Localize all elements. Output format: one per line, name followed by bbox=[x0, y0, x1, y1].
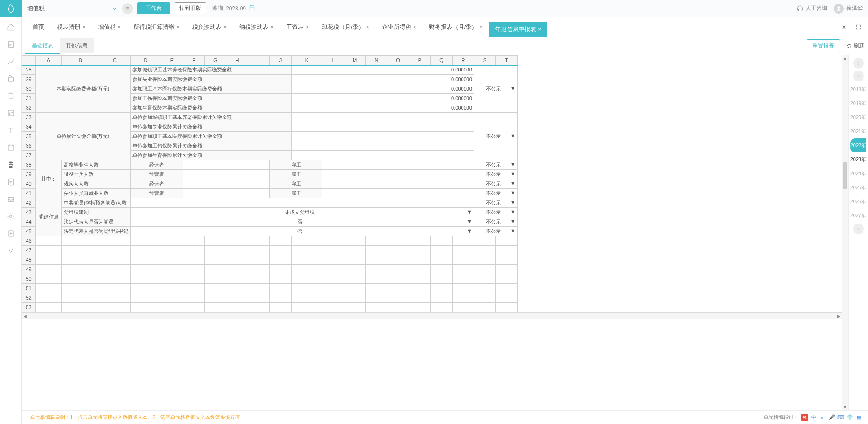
cell-52-B[interactable] bbox=[62, 293, 99, 303]
r39-emp-val[interactable] bbox=[322, 170, 474, 179]
tab-0[interactable]: 首页 bbox=[26, 17, 51, 37]
clipboard-icon[interactable] bbox=[6, 91, 15, 100]
cell-48-N[interactable] bbox=[366, 255, 387, 265]
cell-51-Q[interactable] bbox=[431, 284, 453, 293]
cell-50-K[interactable] bbox=[292, 274, 322, 284]
year-item-2027年[interactable]: 2027年 bbox=[850, 209, 866, 223]
row-header-42[interactable]: 42 bbox=[22, 198, 36, 208]
year-item-2024年[interactable]: 2024年 bbox=[850, 167, 866, 181]
inbox-icon[interactable] bbox=[6, 195, 15, 204]
cell-52-S[interactable] bbox=[474, 293, 496, 303]
cell-48-R[interactable] bbox=[453, 255, 474, 265]
r32-val[interactable]: 0.000000 bbox=[292, 103, 474, 113]
row-header-38[interactable]: 38 bbox=[22, 160, 36, 170]
cell-47-H[interactable] bbox=[226, 246, 248, 255]
r42-val[interactable] bbox=[131, 198, 474, 208]
r41-op-val[interactable] bbox=[183, 189, 270, 198]
cell-47-D[interactable] bbox=[131, 246, 161, 255]
cell-48-K[interactable] bbox=[292, 255, 322, 265]
cell-47-S[interactable] bbox=[474, 246, 496, 255]
cell-49-B[interactable] bbox=[62, 265, 99, 274]
ime-s-icon[interactable]: S bbox=[801, 414, 808, 421]
r45-public-select[interactable]: 不公示▼ bbox=[474, 227, 518, 236]
cell-53-P[interactable] bbox=[409, 303, 431, 312]
cell-52-T[interactable] bbox=[496, 293, 518, 303]
tab-7[interactable]: 印花税（月/季）× bbox=[315, 17, 376, 37]
row-header-36[interactable]: 36 bbox=[22, 141, 36, 151]
ime-mic-icon[interactable]: 🎤 bbox=[828, 414, 835, 421]
cell-53-E[interactable] bbox=[161, 303, 183, 312]
cell-49-J[interactable] bbox=[270, 265, 292, 274]
list-icon-button[interactable] bbox=[122, 3, 133, 14]
cell-49-A[interactable] bbox=[36, 265, 62, 274]
cell-51-N[interactable] bbox=[366, 284, 387, 293]
cell-52-C[interactable] bbox=[99, 293, 131, 303]
cell-49-F[interactable] bbox=[183, 265, 205, 274]
cell-48-B[interactable] bbox=[62, 255, 99, 265]
cell-52-P[interactable] bbox=[409, 293, 431, 303]
cell-46-R[interactable] bbox=[453, 236, 474, 246]
cell-49-C[interactable] bbox=[99, 265, 131, 274]
cell-46-N[interactable] bbox=[366, 236, 387, 246]
col-header-O[interactable]: O bbox=[387, 56, 409, 65]
r40-public-select[interactable]: 不公示▼ bbox=[474, 179, 518, 189]
cell-50-L[interactable] bbox=[322, 274, 344, 284]
cell-50-C[interactable] bbox=[99, 274, 131, 284]
cell-49-S[interactable] bbox=[474, 265, 496, 274]
col-header-S[interactable]: S bbox=[474, 56, 496, 65]
cell-49-N[interactable] bbox=[366, 265, 387, 274]
cell-53-A[interactable] bbox=[36, 303, 62, 312]
cell-49-T[interactable] bbox=[496, 265, 518, 274]
close-icon[interactable]: × bbox=[413, 24, 416, 30]
switch-old-button[interactable]: 切到旧版 bbox=[175, 2, 206, 14]
close-icon[interactable]: × bbox=[270, 24, 274, 30]
bag-icon[interactable] bbox=[6, 74, 15, 83]
cell-50-T[interactable] bbox=[496, 274, 518, 284]
col-header-K[interactable]: K bbox=[292, 56, 322, 65]
row-header-50[interactable]: 50 bbox=[22, 274, 36, 284]
home-icon[interactable] bbox=[6, 23, 15, 32]
r41-public-select[interactable]: 不公示▼ bbox=[474, 189, 518, 198]
spreadsheet-area[interactable]: ABCDEFGHIJKLMNOPQRST28本期实际缴费金额(万元)参加城镇职工… bbox=[22, 55, 842, 410]
v-icon[interactable] bbox=[6, 246, 15, 255]
expand-icon[interactable] bbox=[854, 22, 863, 32]
form-icon[interactable] bbox=[6, 109, 15, 118]
r28-public-select[interactable]: 不公示▼ bbox=[474, 65, 518, 113]
col-header-E[interactable]: E bbox=[161, 56, 183, 65]
cell-47-T[interactable] bbox=[496, 246, 518, 255]
cell-49-P[interactable] bbox=[409, 265, 431, 274]
cell-53-B[interactable] bbox=[62, 303, 99, 312]
year-item-2021年[interactable]: 2021年 bbox=[850, 124, 866, 138]
gear-icon[interactable] bbox=[6, 212, 15, 221]
cell-48-Q[interactable] bbox=[431, 255, 453, 265]
subtab-basic-info[interactable]: 基础信息 bbox=[25, 38, 60, 54]
cell-50-E[interactable] bbox=[161, 274, 183, 284]
col-header-J[interactable]: J bbox=[270, 56, 292, 65]
row-header-35[interactable]: 35 bbox=[22, 132, 36, 141]
cell-46-T[interactable] bbox=[496, 236, 518, 246]
r38-emp-val[interactable] bbox=[322, 160, 474, 170]
r44-public-select[interactable]: 不公示▼ bbox=[474, 217, 518, 227]
col-header-L[interactable]: L bbox=[322, 56, 344, 65]
cell-49-Q[interactable] bbox=[431, 265, 453, 274]
cell-47-J[interactable] bbox=[270, 246, 292, 255]
text-icon[interactable] bbox=[6, 126, 15, 135]
cell-46-J[interactable] bbox=[270, 236, 292, 246]
cell-51-K[interactable] bbox=[292, 284, 322, 293]
cell-51-B[interactable] bbox=[62, 284, 99, 293]
consult-link[interactable]: 人工咨询 bbox=[797, 5, 827, 12]
cell-46-B[interactable] bbox=[62, 236, 99, 246]
calendar-picker-icon[interactable] bbox=[249, 5, 255, 12]
cell-53-I[interactable] bbox=[248, 303, 270, 312]
cell-50-M[interactable] bbox=[344, 274, 366, 284]
close-icon[interactable]: × bbox=[82, 24, 85, 30]
row-header-31[interactable]: 31 bbox=[22, 94, 36, 103]
cell-51-L[interactable] bbox=[322, 284, 344, 293]
col-header-F[interactable]: F bbox=[183, 56, 205, 65]
row-header-46[interactable]: 46 bbox=[22, 236, 36, 246]
tab-8[interactable]: 企业所得税× bbox=[376, 17, 423, 37]
cell-46-E[interactable] bbox=[161, 236, 183, 246]
document-icon[interactable] bbox=[6, 40, 15, 49]
r45-val-select[interactable]: 否▼ bbox=[131, 227, 474, 236]
close-icon[interactable]: × bbox=[538, 26, 541, 33]
